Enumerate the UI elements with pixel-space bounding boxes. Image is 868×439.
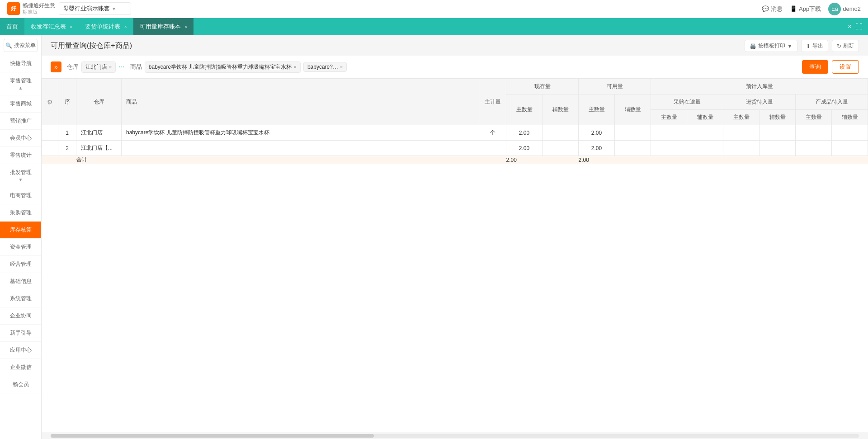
sidebar-item-finance-label: 资金管理 (10, 243, 32, 251)
close-all-button[interactable]: × (848, 23, 852, 31)
cell-settings (42, 125, 58, 141)
sidebar-item-inventory[interactable]: 库存核算 (0, 222, 41, 239)
fullscreen-button[interactable]: ⛶ (855, 23, 863, 31)
sidebar-item-wechat[interactable]: 企业微信 (0, 359, 41, 376)
summary-settings (42, 156, 58, 164)
summary-prod-main (796, 156, 832, 164)
avatar-initial: Ea (831, 6, 838, 12)
close-icon[interactable]: × (184, 24, 187, 29)
top-bar-left: 好 畅捷通好生意 标准版 母婴行业演示账套 ▼ (7, 2, 131, 15)
avatar: Ea (828, 3, 841, 15)
tab-available-inventory[interactable]: 可用量库存账本 × (133, 18, 193, 35)
cell-in-aux (760, 125, 796, 141)
cell-product: babycare学饮杯 儿童防摔防撞吸管杯重力球吸嘴杯宝宝水杯 (122, 125, 479, 141)
summary-unit (479, 156, 506, 164)
expand-icon: » (54, 63, 58, 71)
th-inbound-group: 进货待入量 (723, 94, 796, 110)
sidebar-item-marketing-label: 营销推广 (10, 117, 32, 125)
product-tag2[interactable]: babycare?… × (303, 62, 347, 72)
print-button[interactable]: 🖨️ 按模板打印 ▼ (745, 40, 797, 52)
page-title: 可用量查询(按仓库+商品) (51, 41, 132, 51)
sidebar-item-wholesale[interactable]: 批发管理 ▼ (0, 164, 41, 187)
sidebar-item-retail-mall[interactable]: 零售商城 (0, 95, 41, 113)
top-bar-right: 💬 消息 📱 App下载 Ea demo2 (762, 3, 861, 15)
summary-pur-main (651, 156, 687, 164)
settings-button[interactable]: 设置 (832, 60, 859, 74)
message-button[interactable]: 💬 消息 (762, 5, 783, 13)
refresh-button[interactable]: ↻ 刷新 (832, 40, 859, 52)
table-container: ⚙ 序 仓库 商品 主计量 现存量 可用量 预计入库量 主数量 辅数量 主数量 (42, 79, 868, 432)
sidebar-item-newbie[interactable]: 新手引导 (0, 325, 41, 342)
sidebar-item-member-center[interactable]: 会员中心 (0, 130, 41, 147)
print-label: 按模板打印 (758, 42, 785, 50)
sidebar-item-finance[interactable]: 资金管理 (0, 239, 41, 256)
sidebar-item-retail-mall-label: 零售商城 (10, 100, 32, 108)
logo-text: 畅捷通好生意 (23, 2, 55, 9)
message-label: 消息 (771, 5, 783, 13)
chevron-down-icon: ▼ (19, 177, 23, 182)
sidebar-item-member-center-label: 会员中心 (10, 134, 32, 142)
sidebar-item-wechat-label: 企业微信 (10, 363, 32, 371)
tab-home[interactable]: 首页 (0, 18, 24, 35)
summary-avail-aux (615, 156, 651, 164)
sidebar-item-purchase[interactable]: 采购管理 (0, 204, 41, 222)
scroll-track[interactable] (51, 434, 859, 438)
th-production-group: 产成品待入量 (796, 94, 868, 110)
remove-product2-icon[interactable]: × (340, 64, 343, 70)
cell-num: 2 (58, 141, 76, 156)
sidebar-item-system[interactable]: 系统管理 (0, 290, 41, 307)
table-row: 1 江北门店 babycare学饮杯 儿童防摔防撞吸管杯重力球吸嘴杯宝宝水杯 个… (42, 125, 868, 141)
th-prod-aux: 辅数量 (832, 110, 868, 125)
scroll-thumb[interactable] (51, 434, 374, 438)
sidebar-item-wholesale-label: 批发管理 (10, 169, 32, 176)
cell-warehouse: 江北门店【... (76, 141, 122, 156)
cell-avail-main: 2.00 (579, 125, 615, 141)
logo-area: 好 畅捷通好生意 标准版 (7, 2, 55, 15)
product-tag1[interactable]: babycare学饮杯 儿童防摔防撞吸管杯重力球吸嘴杯宝宝水杯 × (145, 61, 301, 73)
close-icon[interactable]: × (70, 24, 72, 29)
sidebar-item-member[interactable]: 畅会员 (0, 376, 41, 393)
remove-warehouse-icon[interactable]: × (109, 64, 112, 70)
warehouse-tag-value: 江北门店 (85, 63, 107, 71)
sidebar-item-retail-mgmt[interactable]: 零售管理 ▲ (0, 72, 41, 95)
sidebar-item-app-center[interactable]: 应用中心 (0, 342, 41, 359)
th-in-aux: 辅数量 (760, 110, 796, 125)
export-button[interactable]: ⬆ 导出 (801, 40, 828, 52)
filter-expand-button[interactable]: » (51, 61, 61, 72)
close-icon[interactable]: × (124, 24, 127, 29)
summary-pur-aux (687, 156, 723, 164)
cell-in-main (723, 141, 760, 156)
sidebar-item-marketing[interactable]: 营销推广 (0, 113, 41, 130)
sidebar-item-retail-stats[interactable]: 零售统计 (0, 147, 41, 164)
gear-icon[interactable]: ⚙ (47, 99, 53, 106)
sidebar-item-operations[interactable]: 经营管理 (0, 256, 41, 273)
sidebar-item-ecommerce[interactable]: 电商管理 (0, 187, 41, 204)
remove-product1-icon[interactable]: × (293, 64, 296, 70)
tab-available-inventory-label: 可用量库存账本 (140, 23, 181, 31)
th-available-group: 可用量 (579, 79, 651, 94)
sidebar-item-basics[interactable]: 基础信息 (0, 273, 41, 290)
export-icon: ⬆ (806, 43, 811, 49)
cell-pur-aux (687, 125, 723, 141)
print-icon: 🖨️ (750, 43, 756, 49)
summary-prod-aux (832, 156, 868, 164)
sidebar-item-enterprise[interactable]: 企业协同 (0, 307, 41, 325)
app-download-button[interactable]: 📱 App下载 (790, 5, 821, 13)
th-in-main: 主数量 (723, 110, 760, 125)
tenant-selector[interactable]: 母婴行业演示账套 ▼ (59, 2, 131, 15)
th-pur-main: 主数量 (651, 110, 687, 125)
more-options-icon[interactable]: ··· (118, 63, 124, 71)
tab-orders[interactable]: 要货单统计表 × (79, 18, 133, 35)
search-menu-button[interactable]: 🔍 搜索菜单 (4, 39, 38, 52)
query-button[interactable]: 查询 (802, 60, 828, 74)
warehouse-filter: 仓库 江北门店 × ··· (67, 61, 125, 73)
cell-pur-aux (687, 141, 723, 156)
th-avail-main: 主数量 (579, 94, 615, 125)
tab-receivables[interactable]: 收发存汇总表 × (24, 18, 79, 35)
cell-settings (42, 141, 58, 156)
quick-nav-link[interactable]: 快捷导航 (4, 58, 38, 69)
product-filter: 商品 babycare学饮杯 儿童防摔防撞吸管杯重力球吸嘴杯宝宝水杯 × bab… (130, 61, 347, 73)
warehouse-tag[interactable]: 江北门店 × (81, 61, 116, 73)
filter-bar: » 仓库 江北门店 × ··· 商品 babycare学饮杯 儿童防摔防撞吸管杯… (42, 56, 868, 79)
user-menu[interactable]: Ea demo2 (828, 3, 861, 15)
